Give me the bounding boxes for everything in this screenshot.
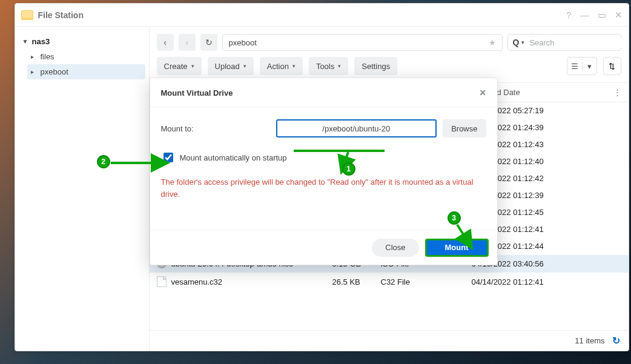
path-input[interactable]: pxeboot ★ [222,34,503,51]
warning-text: The folder's access privilege will be ch… [161,176,486,200]
list-view-icon[interactable]: ☰ [567,62,582,71]
table-row[interactable]: vesamenu.c3226.5 KBC32 File04/14/2022 01… [150,273,629,291]
caret-right-icon: ▸ [31,53,38,60]
reload-icon[interactable]: ↻ [612,335,620,346]
sort-button[interactable]: ⇅ [603,57,621,75]
status-bar: 11 items ↻ [150,330,629,351]
help-icon[interactable]: ? [566,10,571,21]
auto-mount-label: Mount automatically on startup [180,153,287,162]
sidebar: ▼ nas3 ▸ files ▸ pxeboot [15,27,150,351]
app-icon [21,10,33,20]
modal-title: Mount Virtual Drive [161,88,233,98]
forward-button[interactable]: › [179,34,196,51]
tree-item-files[interactable]: ▸ files [27,49,145,64]
file-size: 26.5 KB [332,277,381,286]
nav-row: ‹ › ↻ pxeboot ★ Q ▾ [150,27,629,55]
action-button[interactable]: Action▾ [260,57,303,75]
column-menu-icon[interactable]: ⋮ [613,88,621,97]
tree-root[interactable]: ▼ nas3 [19,34,145,49]
create-button[interactable]: Create▾ [157,57,202,75]
search-box[interactable]: Q ▾ [507,34,621,51]
file-station-window: File Station ? — ▭ ✕ ▼ nas3 ▸ files ▸ px… [15,3,629,351]
minimize-icon[interactable]: — [580,10,589,21]
caret-right-icon: ▸ [31,68,38,75]
tree-root-label: nas3 [31,37,50,46]
close-window-icon[interactable]: ✕ [615,10,623,21]
path-text: pxeboot [229,38,257,47]
modal-close-icon[interactable]: × [480,87,486,99]
maximize-icon[interactable]: ▭ [598,10,606,21]
search-input[interactable] [528,38,628,48]
item-count: 11 items [575,336,604,345]
settings-button[interactable]: Settings [354,57,397,75]
mount-to-label: Mount to: [161,124,270,133]
tree-item-label: files [39,52,55,61]
upload-button[interactable]: Upload▾ [208,57,254,75]
reload-button[interactable]: ↻ [200,34,217,51]
file-date: 04/14/2022 01:12:41 [472,277,621,286]
close-button[interactable]: Close [372,239,418,257]
browse-button[interactable]: Browse [443,119,486,137]
tree-item-pxeboot[interactable]: ▸ pxeboot [27,64,145,79]
tree-item-label: pxeboot [39,67,68,76]
back-button[interactable]: ‹ [157,34,174,51]
file-icon [157,276,167,287]
caret-down-icon: ▾ [521,39,524,45]
file-name: vesamenu.c32 [171,277,223,286]
mount-button[interactable]: Mount [425,239,489,257]
view-dropdown-icon[interactable]: ▾ [582,62,596,71]
app-title: File Station [38,10,567,20]
favorite-icon[interactable]: ★ [489,38,496,47]
auto-mount-checkbox[interactable] [164,153,173,162]
mount-to-input[interactable] [276,119,437,137]
search-icon: Q [513,38,520,47]
caret-down-icon: ▼ [22,38,30,45]
view-mode-group[interactable]: ☰ ▾ [567,57,597,75]
title-bar: File Station ? — ▭ ✕ [15,4,629,27]
file-type: C32 File [381,277,472,286]
mount-virtual-drive-dialog: Mount Virtual Drive × Mount to: Browse M… [150,78,498,265]
tools-button[interactable]: Tools▾ [309,57,348,75]
